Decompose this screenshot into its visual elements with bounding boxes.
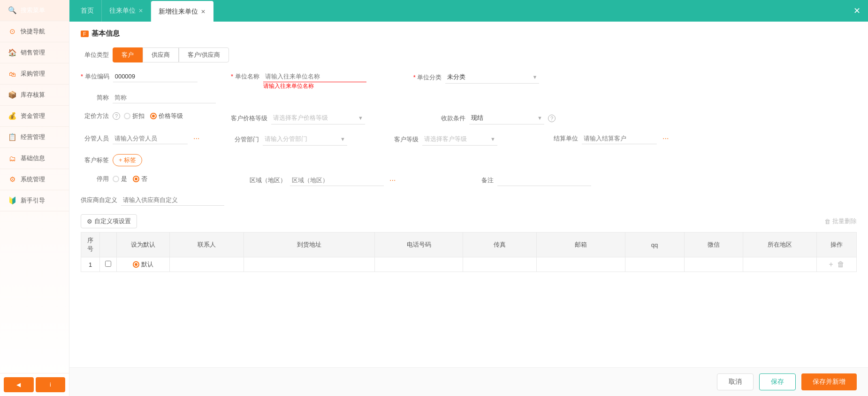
unit-category-select[interactable]: 未分类 ▼ — [445, 71, 539, 84]
disabled-no-option[interactable]: 否 — [133, 175, 147, 183]
sidebar-info-btn[interactable]: i — [36, 377, 66, 392]
sidebar-item-purchase[interactable]: 🛍 采购管理 — [0, 63, 69, 85]
supplier-custom-input[interactable] — [121, 194, 224, 206]
payment-terms-tooltip[interactable]: ? — [548, 115, 556, 122]
price-level-field: 客户价格等级 请选择客户价格等级 ▼ — [231, 112, 409, 124]
row-add-btn[interactable]: + — [829, 260, 833, 269]
row-phone[interactable] — [375, 257, 463, 272]
row-region-input[interactable] — [761, 261, 799, 268]
unit-code-input[interactable] — [113, 71, 198, 82]
pricing-level-label: 价格等级 — [159, 112, 183, 120]
add-tag-btn[interactable]: + 标签 — [113, 154, 142, 166]
row-fax-input[interactable] — [481, 261, 518, 268]
sidebar-item-quick-nav[interactable]: ⊙ 快捷导航 — [0, 21, 69, 42]
row-address-input[interactable] — [276, 261, 342, 268]
manager-input[interactable] — [113, 133, 188, 144]
guide-icon: 🔰 — [8, 196, 17, 205]
supplier-custom-field: 供应商自定义 — [81, 194, 224, 206]
pricing-discount-radio — [124, 113, 130, 119]
row-region[interactable] — [743, 257, 817, 272]
settlement-unit-input[interactable] — [582, 133, 657, 144]
customer-level-field: 客户等级 请选择客户等级 ▼ — [390, 133, 522, 146]
table-row: 1 默认 — [81, 257, 857, 272]
department-field: 分管部门 请输入分管部门 ▼ — [231, 133, 362, 146]
region-label: 区域（地区） — [250, 176, 286, 185]
unit-type-supplier-btn[interactable]: 供应商 — [143, 47, 179, 62]
price-level-select[interactable]: 请选择客户价格等级 ▼ — [271, 112, 365, 124]
sidebar-item-finance[interactable]: 💰 资金管理 — [0, 106, 69, 127]
pricing-row: 定价方法 ? 折扣 价格等级 客户价格等级 请选择客户价格等级 — [81, 112, 857, 124]
tab-partners[interactable]: 往来单位 ✕ — [102, 0, 151, 22]
sidebar-item-operation[interactable]: 📋 经营管理 — [0, 127, 69, 148]
batch-delete-label: 批量删除 — [832, 217, 857, 225]
unit-type-field: 单位类型 客户 供应商 客户/供应商 — [81, 47, 229, 62]
row-delete-btn[interactable]: 🗑 — [837, 260, 845, 269]
disabled-yes-option[interactable]: 是 — [113, 175, 127, 183]
save-button[interactable]: 保存 — [759, 373, 796, 390]
pricing-discount-option[interactable]: 折扣 — [124, 112, 145, 120]
sidebar-system-label: 系统管理 — [21, 175, 45, 184]
region-more-btn[interactable]: ··· — [388, 176, 397, 185]
remark-input[interactable] — [497, 175, 591, 186]
row-phone-input[interactable] — [396, 261, 442, 268]
system-icon: ⚙ — [8, 175, 17, 184]
unit-name-input[interactable] — [263, 71, 366, 82]
trash-icon: 🗑 — [824, 218, 830, 225]
row-checkbox-input[interactable] — [105, 261, 111, 267]
sidebar-item-inventory[interactable]: 📦 库存核算 — [0, 85, 69, 106]
sidebar-quick-nav-label: 快捷导航 — [21, 27, 45, 36]
manager-more-btn[interactable]: ··· — [191, 134, 201, 143]
row-address[interactable] — [244, 257, 375, 272]
col-region: 所在地区 — [743, 233, 817, 257]
customer-level-select[interactable]: 请选择客户等级 ▼ — [422, 133, 497, 146]
short-name-label: 简称 — [81, 93, 109, 102]
custom-settings-btn[interactable]: ⚙ 自定义项设置 — [81, 214, 137, 228]
sidebar-bottom: ◀ i — [0, 373, 69, 396]
row-default-radio[interactable]: 默认 — [122, 260, 165, 269]
tab-new-partner-close[interactable]: ✕ — [201, 8, 206, 15]
row-wechat[interactable] — [684, 257, 743, 272]
row-email[interactable] — [537, 257, 625, 272]
unit-type-group: 客户 供应商 客户/供应商 — [113, 47, 229, 62]
save-new-button[interactable]: 保存并新增 — [801, 373, 857, 390]
row-qq-input[interactable] — [640, 261, 669, 268]
payment-terms-select[interactable]: 现结 ▼ — [469, 112, 544, 124]
row-email-input[interactable] — [557, 261, 604, 268]
pricing-level-option[interactable]: 价格等级 — [150, 112, 183, 120]
manager-label: 分管人员 — [81, 134, 109, 143]
row-qq[interactable] — [625, 257, 684, 272]
unit-type-both-btn[interactable]: 客户/供应商 — [179, 47, 229, 62]
close-all-tabs[interactable]: ✕ — [850, 4, 864, 18]
contacts-table: 序号 设为默认 联系人 到货地址 电话号码 传真 邮箱 qq 微信 所在地区 操… — [81, 232, 857, 272]
tab-new-partner[interactable]: 新增往来单位 ✕ — [151, 1, 213, 23]
tab-partners-close[interactable]: ✕ — [138, 8, 143, 14]
sidebar-item-search[interactable]: 🔍 搜索菜单 — [0, 0, 69, 21]
sidebar-item-system[interactable]: ⚙ 系统管理 — [0, 169, 69, 190]
inventory-icon: 📦 — [8, 90, 17, 100]
unit-type-customer-btn[interactable]: 客户 — [113, 47, 143, 62]
sidebar-item-guide[interactable]: 🔰 新手引导 — [0, 190, 69, 211]
tab-home[interactable]: 首页 — [73, 0, 102, 22]
unit-category-value: 未分类 — [447, 73, 465, 81]
row-contact[interactable] — [170, 257, 244, 272]
pricing-method-tooltip[interactable]: ? — [113, 112, 120, 120]
customer-level-label: 客户等级 — [390, 135, 419, 144]
supplier-custom-row: 供应商自定义 — [81, 194, 857, 206]
col-phone: 电话号码 — [375, 233, 463, 257]
batch-delete-btn[interactable]: 🗑 批量删除 — [824, 217, 857, 225]
row-fax[interactable] — [463, 257, 537, 272]
sidebar-item-basic[interactable]: 🗂 基础信息 — [0, 148, 69, 169]
row-wechat-input[interactable] — [700, 261, 728, 268]
short-name-input[interactable] — [113, 92, 216, 103]
sidebar-item-sales[interactable]: 🏠 销售管理 — [0, 42, 69, 63]
remark-label: 备注 — [465, 176, 494, 185]
row-checkbox[interactable] — [100, 257, 117, 272]
department-select[interactable]: 请输入分管部门 ▼ — [263, 133, 347, 146]
cancel-button[interactable]: 取消 — [717, 373, 754, 390]
row-contact-input[interactable] — [188, 261, 225, 268]
sidebar-expand-btn[interactable]: ◀ — [4, 377, 34, 392]
sidebar-sales-label: 销售管理 — [21, 48, 45, 57]
unit-category-field: 单位分类 未分类 ▼ — [413, 71, 545, 84]
region-input[interactable] — [290, 175, 384, 186]
settlement-unit-more-btn[interactable]: ··· — [661, 134, 670, 143]
